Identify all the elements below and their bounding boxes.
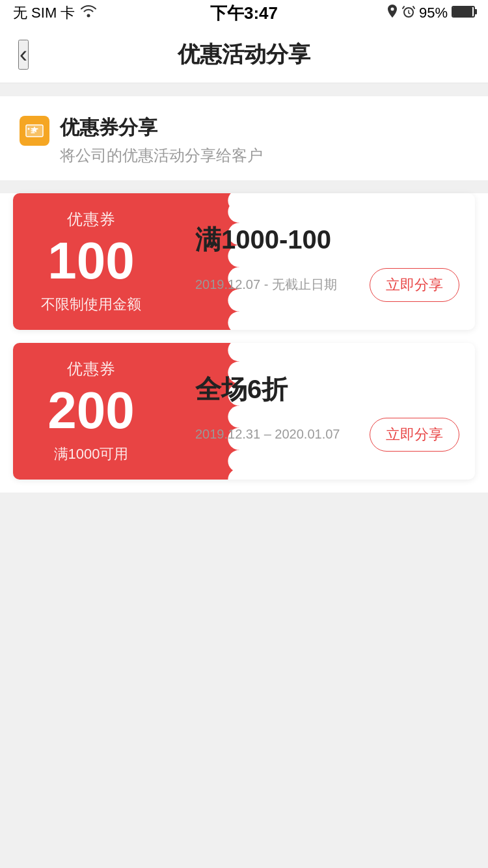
section-text: 优惠券分享 将公司的优惠活动分享给客户 — [60, 115, 263, 166]
section-title: 优惠券分享 — [60, 115, 263, 141]
location-icon — [386, 4, 398, 22]
bottom-background — [0, 493, 488, 818]
battery-percent: 95% — [419, 5, 448, 21]
nav-title: 优惠活动分享 — [178, 40, 310, 70]
coupon-card-2: 优惠券 200 满1000可用 全场6折 2019.12.31 – 2020.0… — [13, 343, 475, 480]
alarm-icon — [402, 4, 415, 22]
coupon-1-date: 2019.12.07 - 无截止日期 — [195, 276, 363, 293]
coupon-2-name: 全场6折 — [195, 372, 459, 407]
coupon-2-amount: 200 — [47, 385, 134, 437]
status-bar: 无 SIM 卡 下午3:47 95% — [0, 0, 488, 26]
coupon-2-label: 优惠券 — [67, 359, 116, 379]
status-right: 95% — [386, 4, 475, 22]
status-time: 下午3:47 — [210, 2, 278, 25]
status-left: 无 SIM 卡 — [13, 3, 97, 23]
section-gap — [0, 83, 488, 96]
coupon-2-right: 全场6折 2019.12.31 – 2020.01.07 立即分享 — [169, 343, 475, 480]
coupon-1-label: 优惠券 — [67, 209, 116, 230]
coupon-1-share-button[interactable]: 立即分享 — [370, 268, 459, 302]
section-header: 优惠券分享 将公司的优惠活动分享给客户 — [0, 96, 488, 180]
wifi-icon — [80, 5, 97, 21]
coupon-2-share-button[interactable]: 立即分享 — [370, 418, 459, 452]
coupon-1-amount: 100 — [47, 235, 134, 287]
carrier-text: 无 SIM 卡 — [13, 3, 75, 23]
svg-point-3 — [28, 128, 30, 130]
coupon-2-meta: 2019.12.31 – 2020.01.07 立即分享 — [195, 418, 459, 452]
section-subtitle: 将公司的优惠活动分享给客户 — [60, 145, 263, 166]
coupon-section-icon — [20, 116, 49, 146]
coupon-1-right: 满1000-100 2019.12.07 - 无截止日期 立即分享 — [169, 193, 475, 330]
coupon-card-1: 优惠券 100 不限制使用金额 满1000-100 2019.12.07 - 无… — [13, 193, 475, 330]
nav-bar: ‹ 优惠活动分享 — [0, 26, 488, 83]
coupon-2-left: 优惠券 200 满1000可用 — [13, 343, 169, 480]
coupon-2-date: 2019.12.31 – 2020.01.07 — [195, 427, 363, 442]
coupon-list: 优惠券 100 不限制使用金额 满1000-100 2019.12.07 - 无… — [0, 193, 488, 493]
coupon-1-meta: 2019.12.07 - 无截止日期 立即分享 — [195, 268, 459, 302]
battery-icon — [452, 5, 475, 21]
coupon-1-left: 优惠券 100 不限制使用金额 — [13, 193, 169, 330]
coupon-1-name: 满1000-100 — [195, 222, 459, 258]
coupon-1-condition: 不限制使用金额 — [41, 295, 141, 314]
back-button[interactable]: ‹ — [18, 40, 29, 70]
coupon-2-condition: 满1000可用 — [54, 444, 129, 464]
